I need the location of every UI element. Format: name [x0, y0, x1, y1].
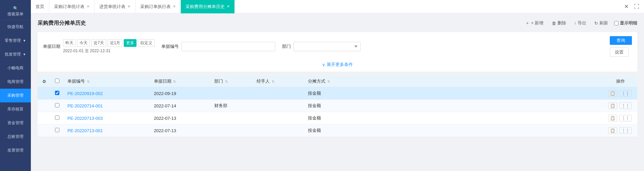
- tab-maximize-btn[interactable]: ⛶: [633, 3, 641, 10]
- row-checkbox-2[interactable]: [55, 115, 59, 120]
- row-doc-no-2[interactable]: PE-20220713-003: [63, 112, 150, 124]
- show-col-label[interactable]: 显示明细: [614, 20, 637, 26]
- delete-button[interactable]: 🗑 删除: [550, 19, 568, 27]
- select-all-checkbox[interactable]: [55, 79, 59, 83]
- sidebar-item-ledger[interactable]: 总账管理: [0, 130, 31, 144]
- query-button[interactable]: 查询: [610, 36, 632, 45]
- col-doc-date: 单据日期 ⇅: [150, 76, 210, 87]
- tab-purchase-cost-history-close-icon[interactable]: ✕: [227, 4, 230, 9]
- tab-purchase-order-stat-close-icon[interactable]: ✕: [87, 4, 90, 9]
- row-edit-btn-2[interactable]: 📋: [608, 115, 617, 121]
- sidebar: 🔍 搜索菜单 快捷导航 零售管理 ▼ 批发管理 ▼ 小畅电商 电商管理 采购管理…: [0, 0, 31, 171]
- row-delete-btn-1[interactable]: ⋮⋮: [620, 102, 632, 109]
- sidebar-item-mini-shop[interactable]: 小畅电商: [0, 61, 31, 75]
- sidebar-item-invoice[interactable]: 发票管理: [0, 144, 31, 157]
- filter-docno-label: 单据编号: [161, 44, 179, 50]
- date-btn-today[interactable]: 今天: [77, 39, 90, 47]
- export-label: 导出: [578, 20, 586, 26]
- setting-button[interactable]: 设置: [610, 48, 629, 57]
- show-col-checkbox[interactable]: [614, 21, 619, 25]
- row-doc-no-0[interactable]: PE-20220919-002: [63, 87, 150, 100]
- row-doc-no-3[interactable]: PE-20220713-001: [63, 124, 150, 137]
- row-handler-2: [253, 112, 304, 124]
- delete-icon: 🗑: [552, 21, 556, 26]
- row-dept-2: [210, 112, 253, 124]
- col-split-method-sort-icon[interactable]: ⇅: [327, 80, 330, 83]
- row-checkbox-0[interactable]: [55, 91, 59, 95]
- row-edit-btn-1[interactable]: 📋: [608, 102, 617, 109]
- row-delete-btn-2[interactable]: ⋮⋮: [620, 115, 632, 121]
- date-btn-custom[interactable]: 自定义: [138, 39, 155, 47]
- col-doc-no-label: 单据编号: [67, 79, 85, 84]
- row-edit-btn-0[interactable]: 📋: [608, 90, 617, 97]
- page-title: 采购费用分摊单历史: [38, 20, 86, 27]
- col-split-method-label: 分摊方式: [308, 79, 325, 84]
- date-btn-yesterday[interactable]: 昨天: [63, 39, 76, 47]
- refresh-icon: ↻: [594, 21, 598, 26]
- sidebar-item-inventory[interactable]: 库存核算: [0, 102, 31, 116]
- col-settings[interactable]: ⚙: [38, 76, 51, 87]
- sidebar-item-ecom[interactable]: 电商管理: [0, 75, 31, 89]
- col-handler-sort-icon[interactable]: ⇅: [272, 80, 274, 83]
- col-doc-date-label: 单据日期: [154, 79, 171, 84]
- table-row: PE-20220919-002 2022-09-19 按金额 📋 ⋮⋮: [38, 87, 637, 100]
- sidebar-item-purchase[interactable]: 采购管理: [0, 89, 31, 102]
- row-split-method-3: 按金额: [304, 124, 604, 137]
- sidebar-item-search[interactable]: 🔍 搜索菜单: [0, 3, 31, 20]
- data-table: ⚙ 单据编号 ⇅ 单据日期 ⇅ 部门: [38, 76, 637, 137]
- col-handler-label: 经手人: [257, 79, 270, 84]
- sidebar-item-retail[interactable]: 零售管理 ▼: [0, 34, 31, 48]
- date-btn-7days[interactable]: 近7天: [91, 39, 106, 47]
- tab-purchase-order-exec-label: 采购订单执行表: [140, 4, 171, 10]
- row-checkbox-cell-3[interactable]: [51, 124, 63, 137]
- row-edit-btn-3[interactable]: 📋: [608, 127, 617, 134]
- export-icon: ↑: [574, 21, 577, 26]
- col-handler: 经手人 ⇅: [253, 76, 304, 87]
- row-dept-3: [210, 124, 253, 137]
- tab-purchase-order-exec-close-icon[interactable]: ✕: [173, 4, 176, 9]
- sidebar-search-label: 搜索菜单: [2, 11, 29, 17]
- col-dept: 部门 ⇅: [210, 76, 253, 87]
- search-icon: 🔍: [13, 6, 18, 11]
- row-doc-no-1[interactable]: PE-20220714-001: [63, 100, 150, 112]
- refresh-button[interactable]: ↻ 刷新: [592, 19, 610, 27]
- row-checkbox-cell-2[interactable]: [51, 112, 63, 124]
- tab-purchase-order-stat[interactable]: 采购订单统计表 ✕: [49, 0, 95, 13]
- row-delete-btn-0[interactable]: ⋮⋮: [620, 90, 632, 97]
- filter-dept-select[interactable]: [293, 42, 361, 51]
- col-checkbox[interactable]: [51, 76, 63, 87]
- row-dept-1: 财务部: [210, 100, 253, 112]
- col-doc-no-sort-icon[interactable]: ⇅: [87, 80, 90, 83]
- col-dept-sort-icon[interactable]: ⇅: [225, 80, 228, 83]
- date-btn-more[interactable]: 更多: [124, 39, 137, 47]
- col-dept-label: 部门: [214, 79, 223, 84]
- sidebar-item-finance[interactable]: 资金管理: [0, 116, 31, 130]
- tab-purchase-order-exec[interactable]: 采购订单执行表 ✕: [136, 0, 181, 13]
- date-btn-1month[interactable]: 近1月: [108, 39, 123, 47]
- sidebar-item-wholesale[interactable]: 批发管理 ▼: [0, 48, 31, 61]
- table-row: PE-20220713-003 2022-07-13 按金额 📋 ⋮⋮: [38, 112, 637, 124]
- add-button[interactable]: ＋ + 新增: [523, 19, 545, 27]
- sidebar-item-quick-nav[interactable]: 快捷导航: [0, 20, 31, 34]
- tab-home[interactable]: 首页: [34, 0, 49, 13]
- row-checkbox-cell-1[interactable]: [51, 100, 63, 112]
- tab-purchase-cost-history[interactable]: 采购费用分摊单历史 ✕: [181, 0, 235, 13]
- row-checkbox-cell-0[interactable]: [51, 87, 63, 100]
- export-button[interactable]: ↑ 导出: [572, 19, 589, 27]
- finance-label: 资金管理: [7, 120, 23, 125]
- tab-close-all-btn[interactable]: ✕: [623, 3, 630, 10]
- row-checkbox-3[interactable]: [55, 128, 59, 132]
- tab-inbound-stat[interactable]: 进货单统计表 ✕: [95, 0, 136, 13]
- main-area: 首页 采购订单统计表 ✕ 进货单统计表 ✕ 采购订单执行表 ✕ 采购费用分摊单历…: [31, 0, 644, 171]
- col-op-label: 操作: [616, 79, 625, 84]
- expand-more-btn[interactable]: ∨ 展开更多条件: [322, 62, 353, 68]
- row-checkbox-1[interactable]: [55, 103, 59, 107]
- filter-row: 单据日期 昨天 今天 近7天 近1月 更多 自定义 2022-01-01 至 2…: [43, 36, 632, 57]
- row-delete-btn-3[interactable]: ⋮⋮: [620, 127, 632, 134]
- tab-inbound-stat-close-icon[interactable]: ✕: [127, 4, 130, 9]
- filter-docno-item: 单据编号: [161, 42, 275, 51]
- tab-home-label: 首页: [36, 4, 44, 10]
- col-doc-date-sort-icon[interactable]: ⇅: [173, 80, 176, 83]
- inventory-label: 库存核算: [7, 107, 23, 111]
- filter-docno-input[interactable]: [181, 42, 275, 51]
